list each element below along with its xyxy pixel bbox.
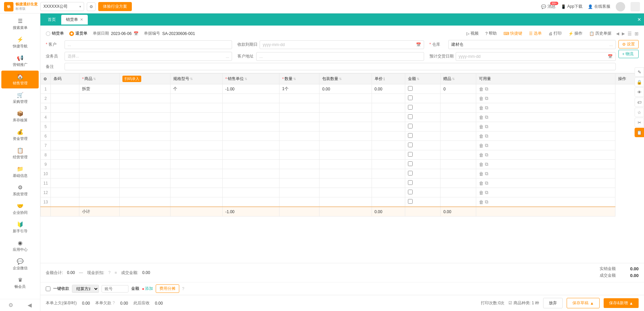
delete-icon-8[interactable]: 🗑 — [479, 152, 484, 158]
payment-method-select[interactable]: 结算方式 — [72, 285, 99, 293]
sidebar-gear-icon[interactable]: ⚙ — [8, 302, 13, 308]
toolbar-history[interactable]: 📋历史单据 — [587, 30, 613, 37]
rf-scissor-btn[interactable]: ✂ — [635, 118, 644, 127]
gift-checkbox-8[interactable] — [408, 152, 413, 157]
avatar[interactable] — [616, 2, 625, 11]
settings-button[interactable]: ⚙ 设置 — [618, 40, 639, 48]
toolbar-select[interactable]: ☰选单 — [527, 30, 544, 37]
scan-button[interactable]: 扫码录入 — [122, 76, 141, 82]
discard-button[interactable]: 放弃 — [543, 298, 563, 308]
debt-info-icon[interactable]: ? — [113, 301, 115, 305]
save-new-button[interactable]: 保存&新增 ▲ — [604, 298, 639, 308]
delete-icon-12[interactable]: 🗑 — [479, 190, 484, 195]
delete-icon-1[interactable]: 🗑 — [479, 86, 484, 92]
salesperson-input[interactable]: 选择... ... — [65, 52, 232, 61]
company-selector[interactable]: XXXXXX公司 ▾ — [40, 2, 84, 11]
one-click-payment-checkbox[interactable] — [46, 286, 50, 291]
sidebar-item-guide[interactable]: 🔰 新手引导 — [1, 219, 39, 236]
sidebar-item-sales[interactable]: 🏠 销售管理 — [1, 71, 39, 88]
sort-icon-gift[interactable]: ⇅ — [452, 77, 455, 81]
cell-spec-1[interactable] — [119, 84, 170, 94]
sidebar-item-basic[interactable]: 📁 基础信息 — [1, 163, 39, 181]
calendar-icon[interactable]: 📅 — [134, 31, 139, 36]
settings-icon[interactable]: ⚙ — [87, 2, 96, 11]
nav-next-icon[interactable]: ▶ — [622, 31, 625, 36]
rf-action-btn[interactable]: 📋 — [635, 128, 644, 137]
gift-checkbox-6[interactable] — [408, 133, 413, 138]
fee-help-icon[interactable]: ? — [182, 286, 184, 291]
tab-sales-order[interactable]: 销货单 ✕ — [61, 15, 88, 25]
toolbar-operate[interactable]: ⚡操作 — [566, 30, 584, 37]
copy-icon-4[interactable]: ⧉ — [485, 114, 488, 120]
radio-return[interactable]: 退货单 — [69, 31, 87, 36]
gift-checkbox-1[interactable] — [408, 86, 413, 91]
copy-icon-7[interactable]: ⧉ — [485, 143, 488, 148]
toolbar-help[interactable]: ?帮助 — [483, 30, 499, 37]
sidebar-item-purchase[interactable]: 🛒 采购管理 — [1, 89, 39, 107]
sidebar-item-collab[interactable]: 🤝 企业协同 — [1, 200, 39, 218]
tab-close-all-icon[interactable]: ✕ — [637, 17, 641, 22]
delete-icon-11[interactable]: 🗑 — [479, 181, 484, 186]
rf-star-btn[interactable]: ☆ — [635, 108, 644, 117]
sort-icon-product[interactable]: ⇅ — [93, 77, 96, 81]
online-service[interactable]: 👤 在线客服 — [588, 4, 610, 9]
delete-icon-4[interactable]: 🗑 — [479, 115, 484, 120]
cell-unit-1[interactable]: 个 — [170, 84, 222, 94]
copy-icon-5[interactable]: ⧉ — [485, 124, 488, 129]
delete-icon-10[interactable]: 🗑 — [479, 171, 484, 177]
copy-icon-13[interactable]: ⧉ — [485, 199, 488, 205]
copy-icon-9[interactable]: ⧉ — [485, 161, 488, 167]
cell-gift-1[interactable] — [405, 84, 441, 94]
toolbar-video[interactable]: ▷视频 — [464, 30, 481, 37]
add-payment-button[interactable]: ● 添加 — [142, 286, 153, 291]
toolbar-print[interactable]: 🖨打印 — [546, 30, 564, 37]
sidebar-item-inventory[interactable]: 📦 库存核算 — [1, 108, 39, 125]
delete-icon-2[interactable]: 🗑 — [479, 96, 484, 101]
gift-checkbox-2[interactable] — [408, 95, 413, 100]
customer-input[interactable]: ... — [65, 40, 232, 49]
sidebar-item-wechat[interactable]: 💬 企业微信 — [1, 256, 39, 273]
copy-icon-8[interactable]: ⧉ — [485, 152, 488, 158]
copy-icon-12[interactable]: ⧉ — [485, 190, 488, 195]
cell-pkg-qty-1[interactable]: 1个 — [279, 84, 319, 94]
payment-account-input[interactable] — [102, 285, 128, 293]
message-icon[interactable]: 💬 消息 99+ — [541, 4, 556, 9]
list-view-icon[interactable]: ☰ — [628, 31, 632, 36]
sort-icon-pkg[interactable]: ⇅ — [339, 77, 342, 81]
sidebar-item-operation[interactable]: 📋 经营管理 — [1, 145, 39, 162]
cell-barcode-1[interactable] — [51, 84, 79, 94]
delete-icon-5[interactable]: 🗑 — [479, 124, 484, 129]
rf-eye-btn[interactable]: 👁 — [635, 87, 644, 97]
delete-icon-9[interactable]: 🗑 — [479, 162, 484, 167]
avatar-extra[interactable] — [631, 2, 640, 11]
gift-checkbox-7[interactable] — [408, 143, 413, 147]
tab-close-icon[interactable]: ✕ — [80, 17, 83, 22]
gift-checkbox-3[interactable] — [408, 105, 413, 110]
gift-checkbox-12[interactable] — [408, 190, 413, 194]
delete-icon-13[interactable]: 🗑 — [479, 199, 484, 205]
cell-product-1[interactable]: 拆货 — [79, 84, 119, 94]
sidebar-item-member[interactable]: ♛ 畅会员 — [1, 274, 39, 292]
radio-sales[interactable]: 销货单 — [46, 31, 64, 36]
th-settings[interactable]: ⚙ — [41, 74, 51, 84]
gift-checkbox-10[interactable] — [408, 171, 413, 176]
sort-icon-spec[interactable]: ⇅ — [190, 77, 193, 81]
expected-calendar-icon[interactable]: 📅 — [608, 54, 613, 59]
expected-date-input[interactable]: yyyy-mm-dd 📅 — [456, 52, 616, 61]
payment-due-input[interactable]: yyyy-mm-dd 📅 — [260, 40, 424, 49]
sidebar-collapse-icon[interactable]: ◀ — [28, 302, 32, 308]
rf-tag-btn[interactable]: 🏷 — [635, 98, 644, 107]
gift-checkbox-5[interactable] — [408, 124, 413, 128]
delete-icon-6[interactable]: 🗑 — [479, 133, 484, 139]
sidebar-item-marketing[interactable]: 📢 营销推广 — [1, 52, 39, 70]
rf-lock-btn[interactable]: 🔒 — [635, 77, 644, 87]
copy-icon-3[interactable]: ⧉ — [485, 105, 488, 111]
copy-icon-6[interactable]: ⧉ — [485, 133, 488, 139]
cell-amount-1[interactable]: 0.00 — [372, 84, 405, 94]
tab-home[interactable]: 首页 — [43, 15, 61, 25]
save-draft-button[interactable]: 保存草稿 ▲ — [567, 298, 600, 308]
cell-qty-1[interactable]: -1.00 — [222, 84, 279, 94]
draft-chevron-icon[interactable]: ▲ — [590, 301, 594, 306]
sort-icon-qty[interactable]: ⇅ — [293, 77, 296, 81]
app-download[interactable]: 📱 App下载 — [561, 4, 582, 9]
